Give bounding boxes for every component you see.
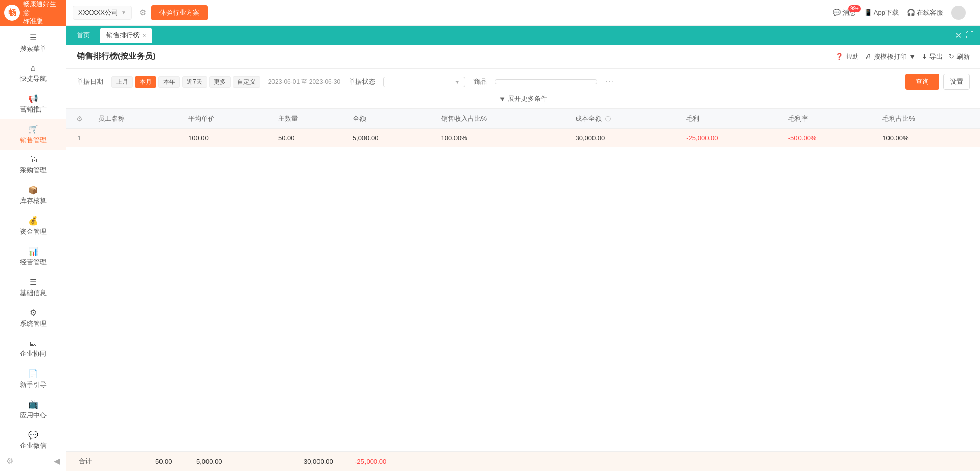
expand-chevron-icon: ▼ [499, 95, 506, 103]
sidebar-nav: ☰ 搜索菜单 ⌂ 快捷导航 📢 营销推广 🛒 销售管理 🛍 采购管理 📦 库存核… [0, 26, 66, 451]
goods-label: 商品 [473, 77, 487, 86]
settings-button[interactable]: 设置 [943, 74, 970, 90]
purchase-icon: 🛍 [29, 155, 37, 164]
col-gear-icon[interactable]: ⚙ [76, 115, 83, 123]
table-header-row: ⚙ 员工名称 平均单价 主数量 全额 销售收入占比% 成本全额 ⓘ 毛利 [66, 109, 980, 129]
settings-gear-icon[interactable]: ⚙ [6, 456, 13, 466]
table-area: ⚙ 员工名称 平均单价 主数量 全额 销售收入占比% 成本全额 ⓘ 毛利 [66, 109, 980, 471]
inventory-icon: 📦 [28, 185, 38, 195]
help-icon: ❓ [835, 53, 844, 60]
date-btn-this-year[interactable]: 本年 [158, 76, 180, 88]
cell-profit: -25,000.00 [680, 129, 782, 147]
sidebar-logo: 畅 畅康通好生意 标准版 [0, 0, 66, 26]
tab-home[interactable]: 首页 [69, 26, 98, 45]
status-chevron-icon: ▼ [454, 79, 460, 85]
export-button[interactable]: ⬇ 导出 [922, 52, 943, 61]
sidebar-item-sales[interactable]: 🛒 销售管理 [0, 119, 66, 150]
logo-text: 畅康通好生意 标准版 [23, 0, 62, 26]
action-buttons: 查询 设置 [905, 74, 970, 90]
table-row: 1 100.00 50.00 5,000.00 100.00% 30,000.0… [66, 129, 980, 147]
cell-index: 1 [66, 129, 92, 147]
date-btn-this-month[interactable]: 本月 [135, 76, 156, 88]
finance-icon: 💰 [28, 216, 38, 226]
sidebar-item-wechat[interactable]: 💬 企业微信 [0, 425, 66, 451]
phone-icon: 📱 [864, 9, 872, 16]
print-icon: 🖨 [865, 53, 872, 60]
export-icon: ⬇ [922, 53, 927, 60]
filter-area: 单据日期 上月 本月 本年 近7天 更多 自定义 2023-06-01 至 20… [66, 69, 980, 109]
cell-profit-pct: 100.00% [876, 129, 980, 147]
goods-input[interactable] [495, 79, 597, 84]
sidebar-item-search[interactable]: ☰ 搜索菜单 [0, 28, 66, 58]
content-area: 销售排行榜(按业务员) ❓ 帮助 🖨 按模板打印 ▼ ⬇ 导出 ↻ 刷新 [66, 45, 980, 471]
help-button[interactable]: ❓ 帮助 [835, 52, 859, 61]
sidebar-item-basic[interactable]: ☰ 基础信息 [0, 272, 66, 303]
collapse-icon[interactable]: ◀ [54, 456, 60, 466]
cell-qty: 50.00 [272, 129, 347, 147]
system-icon: ⚙ [30, 308, 37, 318]
message-icon: 💬 [833, 9, 841, 16]
date-label: 单据日期 [77, 77, 103, 86]
filter-row: 单据日期 上月 本月 本年 近7天 更多 自定义 2023-06-01 至 20… [77, 74, 970, 90]
try-industry-button[interactable]: 体验行业方案 [151, 5, 208, 20]
tab-close-window-icon[interactable]: ✕ [955, 31, 962, 40]
online-service-button[interactable]: 🎧 在线客服 [907, 8, 943, 17]
cell-cost: 30,000.00 [569, 129, 680, 147]
company-name: XXXXXX公司 [78, 8, 118, 17]
more-filters-dots[interactable]: ··· [605, 77, 615, 86]
basic-icon: ☰ [30, 277, 37, 287]
refresh-icon: ↻ [949, 53, 954, 60]
table-wrapper: ⚙ 员工名称 平均单价 主数量 全额 销售收入占比% 成本全额 ⓘ 毛利 [66, 109, 980, 451]
expand-more-row[interactable]: ▼ 展开更多条件 [77, 94, 970, 103]
cost-info-icon[interactable]: ⓘ [605, 116, 611, 122]
tabbar-right: ✕ ⛶ [955, 31, 978, 40]
cell-total: 5,000.00 [347, 129, 435, 147]
print-chevron-icon: ▼ [909, 53, 916, 60]
sidebar-item-finance[interactable]: 💰 资金管理 [0, 211, 66, 241]
message-button[interactable]: 💬 消息 99+ [833, 8, 856, 17]
footer-qty: 50.00 [149, 458, 190, 465]
sidebar-item-system[interactable]: ⚙ 系统管理 [0, 303, 66, 333]
date-range-display: 2023-06-01 至 2023-06-30 [268, 78, 340, 86]
cell-avg-price: 100.00 [182, 129, 272, 147]
headset-icon: 🎧 [907, 9, 915, 16]
sidebar-item-guide[interactable]: 📄 新手引导 [0, 364, 66, 394]
cell-name [92, 129, 182, 147]
sidebar-item-management[interactable]: 📊 经营管理 [0, 241, 66, 272]
company-selector[interactable]: XXXXXX公司 ▼ [73, 6, 132, 20]
tab-sales-ranking[interactable]: 销售排行榜 × [100, 28, 152, 43]
footer-total: 5,000.00 [190, 458, 241, 465]
col-employee-name: 员工名称 [92, 109, 182, 129]
cell-profit-rate: -500.00% [782, 129, 876, 147]
sidebar-item-inventory[interactable]: 📦 库存核算 [0, 180, 66, 211]
date-btn-7days[interactable]: 近7天 [182, 76, 207, 88]
sidebar-item-marketing[interactable]: 📢 营销推广 [0, 88, 66, 119]
query-button[interactable]: 查询 [905, 74, 939, 90]
apps-icon: 📺 [28, 399, 38, 409]
data-table: ⚙ 员工名称 平均单价 主数量 全额 销售收入占比% 成本全额 ⓘ 毛利 [66, 109, 980, 147]
tabbar: 首页 销售排行榜 × ✕ ⛶ [66, 26, 980, 45]
status-select[interactable]: ▼ [383, 77, 465, 87]
refresh-button[interactable]: ↻ 刷新 [949, 52, 970, 61]
date-btn-custom[interactable]: 自定义 [233, 76, 260, 88]
sidebar-item-collab[interactable]: 🗂 企业协同 [0, 333, 66, 364]
date-btn-last-month[interactable]: 上月 [111, 76, 133, 88]
footer-profit: -25,000.00 [349, 458, 400, 465]
wechat-icon: 💬 [28, 430, 38, 440]
tab-close-icon[interactable]: × [143, 32, 146, 38]
logo-icon: 畅 [4, 5, 20, 21]
date-btn-more[interactable]: 更多 [209, 76, 231, 88]
app-download-button[interactable]: 📱 App下载 [864, 8, 899, 17]
tab-restore-icon[interactable]: ⛶ [966, 31, 974, 40]
company-settings-icon[interactable]: ⚙ [139, 8, 146, 17]
search-menu-icon: ☰ [30, 33, 37, 42]
col-profit: 毛利 [680, 109, 782, 129]
sidebar-item-apps[interactable]: 📺 应用中心 [0, 394, 66, 425]
col-cost: 成本全额 ⓘ [569, 109, 680, 129]
print-button[interactable]: 🖨 按模板打印 ▼ [865, 52, 916, 61]
sidebar-item-purchase[interactable]: 🛍 采购管理 [0, 150, 66, 180]
page-header: 销售排行榜(按业务员) ❓ 帮助 🖨 按模板打印 ▼ ⬇ 导出 ↻ 刷新 [66, 45, 980, 69]
cell-sales-pct: 100.00% [435, 129, 569, 147]
sidebar-item-nav[interactable]: ⌂ 快捷导航 [0, 58, 66, 88]
avatar[interactable] [951, 6, 966, 20]
